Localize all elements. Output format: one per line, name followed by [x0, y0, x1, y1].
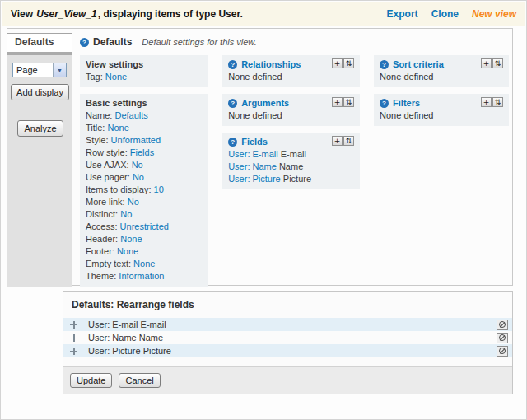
sort-criteria-link[interactable]: Sort criteria [393, 58, 444, 71]
view-settings-title: View settings [86, 58, 203, 71]
add-icon[interactable]: + [332, 97, 343, 107]
relationships-empty: None defined [228, 71, 354, 83]
setting-value-link[interactable]: None [108, 123, 129, 133]
setting-value-link[interactable]: None [117, 246, 138, 256]
help-icon[interactable]: ? [228, 138, 237, 147]
setting-value-link[interactable]: None [133, 259, 155, 268]
setting-value-link[interactable]: No [133, 172, 144, 182]
setting-label: Header: [86, 234, 118, 244]
arguments-actions: + ⇅ [332, 97, 354, 107]
filters-empty: None defined [380, 110, 503, 122]
sort-criteria-actions: + ⇅ [481, 58, 503, 68]
basic-settings-box: Basic settings Name: Defaults Title: Non… [80, 94, 208, 287]
arguments-empty: None defined [228, 110, 354, 122]
relationships-link[interactable]: Relationships [241, 58, 301, 71]
relationships-actions: + ⇅ [332, 58, 354, 68]
drag-handle-icon[interactable] [70, 321, 77, 329]
clone-link[interactable]: Clone [431, 8, 459, 20]
setting-label: Empty text: [86, 259, 131, 268]
page-title-prefix: View [11, 8, 33, 20]
help-icon[interactable]: ? [380, 60, 389, 69]
drag-handle-icon[interactable] [70, 348, 77, 355]
field-row: User: E-mail E-mail [228, 148, 354, 161]
field-link[interactable]: User: E-mail [228, 149, 278, 159]
drag-handle-icon[interactable] [70, 334, 77, 342]
add-icon[interactable]: + [481, 97, 492, 107]
analyze-button[interactable]: Analyze [17, 120, 63, 137]
setting-value-link[interactable]: 10 [154, 184, 164, 194]
filters-header: ? Filters + ⇅ [380, 97, 503, 110]
rearrange-icon[interactable]: ⇅ [492, 58, 503, 68]
field-suffix: Picture [283, 174, 311, 184]
export-link[interactable]: Export [387, 8, 418, 20]
basic-settings-title: Basic settings [86, 97, 203, 110]
sort-criteria-empty: None defined [380, 71, 503, 83]
remove-icon [499, 321, 506, 328]
fields-actions: + ⇅ [332, 136, 354, 146]
add-icon[interactable]: + [332, 58, 343, 68]
relationships-box: ? Relationships + ⇅ None defined [222, 55, 360, 87]
rearrange-icon[interactable]: ⇅ [343, 97, 354, 107]
setting-value-link[interactable]: Unformatted [111, 135, 161, 145]
setting-value-link[interactable]: None [120, 234, 142, 244]
field-row: User: Name Name [228, 161, 354, 173]
new-view-link[interactable]: New view [472, 8, 516, 20]
setting-title: Title: None [86, 122, 203, 134]
help-icon[interactable]: ? [228, 99, 237, 108]
panel-header: ? Defaults Default settings for this vie… [80, 36, 509, 48]
rearrange-icon[interactable]: ⇅ [343, 58, 354, 68]
tab-defaults[interactable]: Defaults [7, 33, 72, 52]
setting-label: Title: [86, 123, 105, 133]
field-link[interactable]: User: Picture [228, 174, 281, 184]
remove-button[interactable] [497, 346, 508, 357]
setting-use-ajax: Use AJAX: No [86, 159, 203, 171]
setting-row-style: Row style: Fields [86, 147, 203, 159]
cancel-button[interactable]: Cancel [119, 373, 160, 388]
setting-value-link[interactable]: No [128, 197, 139, 207]
help-icon[interactable]: ? [228, 60, 237, 69]
sort-criteria-box: ? Sort criteria + ⇅ None defined [374, 55, 509, 87]
filters-box: ? Filters + ⇅ None defined [374, 94, 509, 126]
setting-value-link[interactable]: No [132, 160, 143, 170]
setting-empty-text: Empty text: None [86, 258, 203, 270]
setting-value-link[interactable]: Unrestricted [120, 222, 169, 231]
rearrange-icon[interactable]: ⇅ [492, 97, 503, 107]
settings-columns: View settings Tag: None Basic settings N… [80, 55, 509, 293]
column-1: View settings Tag: None Basic settings N… [80, 55, 208, 293]
setting-theme: Theme: Information [86, 270, 203, 282]
help-icon[interactable]: ? [380, 99, 389, 108]
setting-label: Theme: [86, 271, 116, 281]
setting-label: Tag: [86, 72, 103, 82]
add-icon[interactable]: + [332, 136, 343, 146]
setting-style: Style: Unformatted [86, 134, 203, 147]
setting-distinct: Distinct: No [86, 208, 203, 221]
setting-value-link[interactable]: Fields [130, 147, 154, 157]
rearrange-icon[interactable]: ⇅ [343, 136, 354, 146]
setting-label: More link: [86, 197, 125, 207]
filters-link[interactable]: Filters [393, 97, 420, 110]
page-title-suffix: , displaying items of type User. [98, 8, 243, 20]
update-button[interactable]: Update [70, 373, 112, 388]
display-type-value: Page [13, 65, 53, 75]
setting-value-link[interactable]: Defaults [114, 110, 147, 120]
arguments-link[interactable]: Arguments [241, 97, 289, 110]
help-icon[interactable]: ? [80, 38, 89, 47]
fields-link[interactable]: Fields [241, 136, 268, 148]
field-link[interactable]: User: Name [228, 161, 277, 171]
fields-box: ? Fields + ⇅ User: E-mail E-mail User: N… [222, 133, 360, 189]
display-type-select[interactable]: Page ▼ [12, 63, 67, 77]
field-suffix: Name [279, 161, 303, 171]
remove-button[interactable] [497, 320, 508, 330]
setting-value-link[interactable]: No [120, 209, 132, 219]
relationships-header: ? Relationships + ⇅ [228, 58, 354, 71]
add-icon[interactable]: + [481, 58, 492, 68]
setting-header: Header: None [86, 233, 203, 245]
row-label: User: Name Name [88, 333, 163, 343]
setting-name: Name: Defaults [86, 110, 203, 122]
setting-value-link[interactable]: Information [119, 271, 164, 281]
remove-button[interactable] [497, 333, 508, 343]
table-row: User: Name Name [63, 331, 512, 344]
setting-value-link[interactable]: None [105, 72, 127, 82]
row-label: User: Picture Picture [88, 346, 171, 356]
add-display-button[interactable]: Add display [11, 84, 69, 100]
